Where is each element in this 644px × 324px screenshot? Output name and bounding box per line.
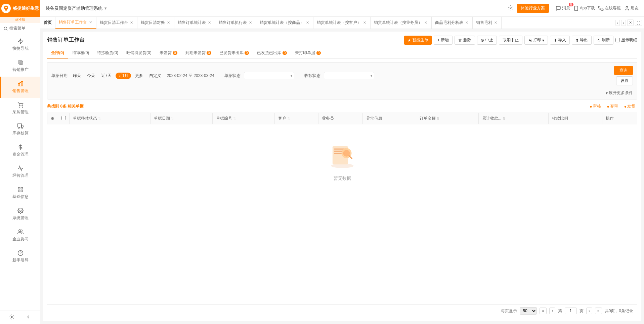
user-btn[interactable]: 用友 xyxy=(624,5,639,11)
tab-cash-daily-close[interactable]: ✕ xyxy=(129,20,134,25)
setting-button[interactable]: 设置 xyxy=(616,76,633,85)
tab-sales-stats-close[interactable]: ✕ xyxy=(207,20,212,25)
th-date: 单据日期⇅ xyxy=(150,113,212,124)
gear-icon[interactable]: ⚙ xyxy=(51,116,54,121)
tab-sales-stats[interactable]: 销售订单统计表 ✕ xyxy=(174,17,215,29)
sort-amount-icon[interactable]: ⇅ xyxy=(437,117,439,120)
tab-sales-profit[interactable]: 销售毛利 ✕ xyxy=(473,17,502,29)
sidebar-item-guide[interactable]: 新手引导 xyxy=(0,246,40,267)
industry-solution-button[interactable]: 体验行业方案 xyxy=(517,4,549,13)
sidebar-item-purchase[interactable]: 采购管理 xyxy=(0,98,40,119)
online-service-btn[interactable]: 在线客服 xyxy=(598,5,621,11)
page-size-select[interactable]: 50 100 200 xyxy=(520,307,537,315)
sidebar-item-quick-nav[interactable]: 快捷导航 xyxy=(0,34,40,55)
sidebar-item-operation[interactable]: 经营管理 xyxy=(0,161,40,183)
date-btn-today[interactable]: 今天 xyxy=(85,72,97,79)
tab-prev-btn[interactable]: ‹ xyxy=(615,20,620,26)
tab-product-margin-close[interactable]: ✕ xyxy=(465,20,469,25)
tab-cash-reconcile-close[interactable]: ✕ xyxy=(166,20,171,25)
tab-sales-summary-product[interactable]: 销货单统计表（按商品） ✕ xyxy=(256,17,313,29)
sort-status-icon[interactable]: ⇅ xyxy=(98,117,101,120)
message-badge: 6 xyxy=(569,3,573,6)
sort-customer-icon[interactable]: ⇅ xyxy=(287,117,290,120)
tab-sales-summary-customer[interactable]: 销货单统计表（按客户） ✕ xyxy=(313,17,371,29)
date-btn-custom[interactable]: 自定义 xyxy=(147,72,163,79)
tab-expand-btn[interactable]: ⛶ xyxy=(635,20,642,26)
subtab-unshipped[interactable]: 未发货 0 xyxy=(156,48,181,58)
unreviewed-btn[interactable]: ● 弃审 xyxy=(605,103,620,110)
query-button[interactable]: 查询 xyxy=(614,66,633,75)
subtab-pending-inspect[interactable]: 待拣验货(0) xyxy=(93,48,122,58)
show-detail-checkbox-label[interactable]: 显示明细 xyxy=(615,37,637,43)
tab-sales-exec[interactable]: 销售订单执行表 ✕ xyxy=(215,17,256,29)
settings-icon-topbar[interactable] xyxy=(508,5,513,11)
tab-sales-profit-close[interactable]: ✕ xyxy=(493,20,498,25)
svg-point-19 xyxy=(510,7,511,8)
export-button[interactable]: ⬆ 导出 xyxy=(572,36,592,45)
sidebar-item-finance[interactable]: 资金管理 xyxy=(0,140,40,161)
sidebar-item-enterprise[interactable]: 企业协同 xyxy=(0,225,40,246)
tab-close-all-btn[interactable]: ✕ xyxy=(627,19,634,26)
tab-cash-daily[interactable]: 钱货日清工作台 ✕ xyxy=(96,17,137,29)
tab-sales-order[interactable]: 销售订单工作台 ✕ xyxy=(55,17,96,29)
first-page-btn[interactable]: « xyxy=(540,308,547,314)
expand-filter-btn[interactable]: ▾ 展开更多条件 xyxy=(606,90,633,96)
date-btn-yesterday[interactable]: 昨天 xyxy=(71,72,83,79)
tab-next-btn[interactable]: › xyxy=(621,20,626,26)
page-size-label: 每页显示 xyxy=(501,308,517,314)
subtab-all[interactable]: 全部(0) xyxy=(47,48,68,58)
tab-home[interactable]: 首页 xyxy=(40,17,55,29)
sidebar-item-sales[interactable]: 销售管理 xyxy=(0,77,40,98)
refresh-button[interactable]: ↻ 刷新 xyxy=(594,36,613,45)
tab-sales-order-close[interactable]: ✕ xyxy=(88,20,93,25)
page-input[interactable] xyxy=(565,308,577,314)
tab-sales-exec-close[interactable]: ✕ xyxy=(248,20,253,25)
doc-status-select[interactable] xyxy=(244,72,294,79)
next-page-btn[interactable]: › xyxy=(586,308,592,314)
new-button[interactable]: + 新增 xyxy=(434,36,453,45)
show-detail-checkbox[interactable] xyxy=(615,38,620,42)
delete-button[interactable]: 🗑 删除 xyxy=(455,36,475,45)
review-btn[interactable]: ● 审核 xyxy=(588,103,603,110)
sort-number-icon[interactable]: ⇅ xyxy=(233,117,236,120)
ship-btn[interactable]: ● 发货 xyxy=(622,103,637,110)
sidebar-item-system[interactable]: 系统管理 xyxy=(0,204,40,225)
prev-page-btn[interactable]: ‹ xyxy=(549,308,555,314)
subtab-overdue-unshipped[interactable]: 到期未发货 0 xyxy=(181,48,215,58)
print-button[interactable]: 🖨 打印 ▾ xyxy=(524,36,548,45)
cancel-stop-button[interactable]: 取消中止 xyxy=(499,36,522,45)
subtab-shipped-not-in[interactable]: 已发货未出库 0 xyxy=(215,48,253,58)
sidebar-settings-icon[interactable] xyxy=(9,314,14,321)
select-all-checkbox[interactable] xyxy=(61,116,66,120)
sidebar-item-search[interactable]: 搜索菜单 xyxy=(0,23,40,34)
tab-summary-product-close[interactable]: ✕ xyxy=(305,20,310,25)
subtab-shipped-out[interactable]: 已发货已出库 0 xyxy=(253,48,291,58)
tab-summary-staff-close[interactable]: ✕ xyxy=(424,20,428,25)
tab-product-margin[interactable]: 商品毛利分析表 ✕ xyxy=(432,17,473,29)
tabbar: 首页 销售订单工作台 ✕ 钱货日清工作台 ✕ 钱货日清对账 ✕ 销售订单统计表 … xyxy=(40,17,644,29)
date-btn-1month[interactable]: 近1月 xyxy=(116,73,131,79)
last-page-btn[interactable]: » xyxy=(595,308,602,314)
stop-button[interactable]: ⊘ 中止 xyxy=(477,36,497,45)
smart-order-button[interactable]: ★ 智能生单 xyxy=(404,36,432,45)
quick-nav-label: 快捷导航 xyxy=(12,46,29,51)
date-btn-7days[interactable]: 近7天 xyxy=(99,72,114,79)
sidebar-item-basic[interactable]: 基础信息 xyxy=(0,183,40,204)
sidebar-item-inventory[interactable]: 库存核算 xyxy=(0,119,40,140)
subtab-unprinted[interactable]: 未打印单据 0 xyxy=(291,48,325,58)
sidebar-item-marketing[interactable]: 营销推广 xyxy=(0,55,40,77)
app-download-btn[interactable]: App下载 xyxy=(573,5,595,11)
sort-collected-icon[interactable]: ⇅ xyxy=(503,117,505,120)
subtab-pending-review[interactable]: 待审核(0) xyxy=(68,48,93,58)
tab-sales-summary-staff[interactable]: 销货单统计表（按业务员） ✕ xyxy=(371,17,432,29)
tab-cash-reconcile[interactable]: 钱货日清对账 ✕ xyxy=(137,17,174,29)
dropdown-arrow-icon[interactable]: ▾ xyxy=(104,6,107,11)
sidebar-collapse-icon[interactable] xyxy=(26,314,31,321)
subtab-wangpu-ship[interactable]: 旺铺待发货(0) xyxy=(122,48,156,58)
payment-status-select[interactable] xyxy=(324,72,374,79)
message-btn[interactable]: 6 消息 xyxy=(556,5,570,11)
tab-summary-customer-close[interactable]: ✕ xyxy=(362,20,367,25)
import-button[interactable]: ⬇ 导入 xyxy=(550,36,570,45)
sort-date-icon[interactable]: ⇅ xyxy=(171,117,174,120)
date-btn-more[interactable]: 更多 xyxy=(133,72,145,79)
